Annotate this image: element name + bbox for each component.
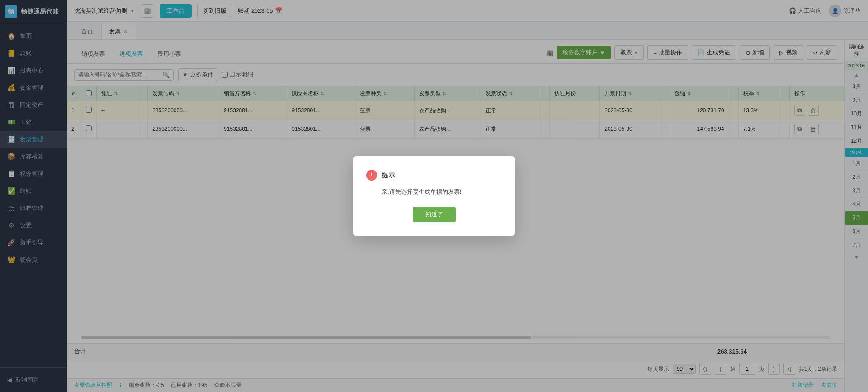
modal-confirm-button[interactable]: 知道了	[413, 207, 456, 222]
modal-warning-icon: !	[366, 170, 377, 181]
modal-overlay: ! 提示 亲,请先选择要生成单据的发票! 知道了	[0, 0, 868, 392]
modal-footer: 知道了	[366, 207, 502, 222]
exclamation-icon: !	[371, 172, 373, 179]
modal-header: ! 提示	[366, 170, 502, 181]
modal-dialog: ! 提示 亲,请先选择要生成单据的发票! 知道了	[353, 156, 515, 236]
modal-message: 亲,请先选择要生成单据的发票!	[366, 188, 502, 196]
modal-title: 提示	[382, 171, 395, 180]
